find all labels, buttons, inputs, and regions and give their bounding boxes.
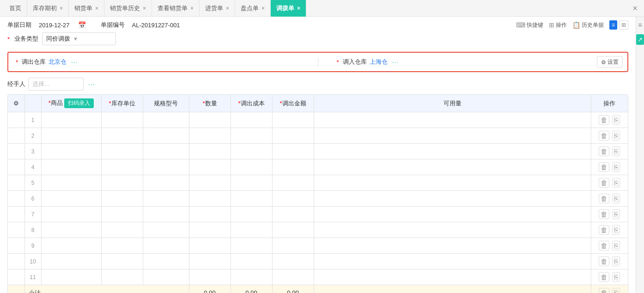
warehouse-out-more-button[interactable]: ···: [71, 58, 78, 66]
row-product-cell[interactable]: [41, 112, 101, 128]
row-amount-cell[interactable]: [272, 207, 314, 222]
row-product-cell[interactable]: [41, 175, 101, 191]
tab-sales-history[interactable]: 销货单历史 ×: [104, 0, 152, 17]
row-spec-cell[interactable]: [143, 238, 189, 254]
warehouse-in-value[interactable]: 上海仓: [370, 58, 388, 66]
copy-icon[interactable]: ⎘: [612, 209, 620, 219]
copy-icon[interactable]: ⎘: [612, 178, 620, 188]
row-product-cell[interactable]: [41, 207, 101, 222]
row-cost-cell[interactable]: [231, 112, 272, 128]
handler-more-button[interactable]: ···: [88, 80, 95, 88]
row-spec-cell[interactable]: [143, 144, 189, 159]
row-amount-cell[interactable]: [272, 159, 314, 175]
delete-icon[interactable]: 🗑: [599, 115, 609, 125]
row-cost-cell[interactable]: [231, 222, 272, 238]
row-amount-cell[interactable]: [272, 238, 314, 254]
delete-icon[interactable]: 🗑: [599, 146, 609, 156]
copy-icon[interactable]: ⎘: [612, 272, 620, 282]
delete-icon[interactable]: 🗑: [599, 225, 609, 235]
delete-icon[interactable]: 🗑: [599, 194, 609, 203]
tab-home[interactable]: 首页: [4, 0, 27, 17]
row-cost-cell[interactable]: [231, 207, 272, 222]
row-product-cell[interactable]: [41, 269, 101, 285]
row-product-cell[interactable]: [41, 159, 101, 175]
row-cost-cell[interactable]: [231, 128, 272, 144]
tab-sales-order[interactable]: 销货单 ×: [69, 0, 104, 17]
row-unit-cell[interactable]: [101, 207, 143, 222]
delete-icon[interactable]: 🗑: [599, 131, 609, 140]
tab-view-sales[interactable]: 查看销货单 ×: [152, 0, 200, 17]
row-amount-cell[interactable]: [272, 222, 314, 238]
copy-icon[interactable]: ⎘: [612, 115, 620, 125]
tab-sales-order-close[interactable]: ×: [95, 5, 98, 12]
sidebar-export-icon[interactable]: ↗: [636, 34, 644, 45]
row-qty-cell[interactable]: [189, 238, 231, 254]
warehouse-out-value[interactable]: 北京仓: [49, 58, 67, 66]
row-qty-cell[interactable]: [189, 159, 231, 175]
row-unit-cell[interactable]: [101, 191, 143, 207]
list-view-button[interactable]: ≡: [609, 20, 617, 30]
row-spec-cell[interactable]: [143, 269, 189, 285]
doc-date-value[interactable]: 2019-12-27: [39, 22, 70, 29]
row-product-cell[interactable]: [41, 238, 101, 254]
grid-view-button[interactable]: ⊞: [619, 20, 628, 30]
row-unit-cell[interactable]: [101, 112, 143, 128]
row-spec-cell[interactable]: [143, 112, 189, 128]
row-cost-cell[interactable]: [231, 191, 272, 207]
row-spec-cell[interactable]: [143, 159, 189, 175]
operation-button[interactable]: ⊞ 操作: [549, 21, 567, 29]
business-type-select[interactable]: 同价调拨 ▼: [42, 32, 116, 45]
tab-view-sales-close[interactable]: ×: [190, 5, 194, 12]
row-unit-cell[interactable]: [101, 159, 143, 175]
row-cost-cell[interactable]: [231, 175, 272, 191]
tab-inventory-check-close[interactable]: ×: [261, 5, 265, 12]
calendar-icon[interactable]: 📅: [78, 21, 86, 29]
copy-icon[interactable]: ⎘: [612, 162, 620, 172]
delete-icon[interactable]: 🗑: [599, 209, 609, 219]
row-spec-cell[interactable]: [143, 128, 189, 144]
history-button[interactable]: 📋 历史单据: [572, 21, 604, 29]
delete-icon[interactable]: 🗑: [599, 241, 609, 250]
col-settings-header[interactable]: ⚙: [8, 95, 24, 112]
row-cost-cell[interactable]: [231, 238, 272, 254]
row-spec-cell[interactable]: [143, 207, 189, 222]
tab-inventory-check[interactable]: 盘点单 ×: [235, 0, 271, 17]
row-product-cell[interactable]: [41, 144, 101, 159]
row-amount-cell[interactable]: [272, 128, 314, 144]
row-amount-cell[interactable]: [272, 254, 314, 269]
subtotal-copy-icon[interactable]: ⎘: [612, 288, 620, 293]
tab-purchase-order-close[interactable]: ×: [226, 5, 229, 12]
copy-icon[interactable]: ⎘: [612, 146, 620, 156]
row-qty-cell[interactable]: [189, 144, 231, 159]
row-unit-cell[interactable]: [101, 128, 143, 144]
sidebar-list-icon[interactable]: ≡: [638, 21, 642, 29]
tab-inventory-init-close[interactable]: ×: [60, 5, 63, 12]
row-spec-cell[interactable]: [143, 254, 189, 269]
row-cost-cell[interactable]: [231, 159, 272, 175]
row-qty-cell[interactable]: [189, 112, 231, 128]
row-amount-cell[interactable]: [272, 112, 314, 128]
row-unit-cell[interactable]: [101, 254, 143, 269]
tab-sales-history-close[interactable]: ×: [143, 5, 146, 12]
row-unit-cell[interactable]: [101, 222, 143, 238]
row-qty-cell[interactable]: [189, 191, 231, 207]
copy-icon[interactable]: ⎘: [612, 194, 620, 203]
tab-transfer-order-close[interactable]: ×: [297, 5, 300, 12]
delete-icon[interactable]: 🗑: [599, 256, 609, 266]
delete-icon[interactable]: 🗑: [599, 162, 609, 172]
row-amount-cell[interactable]: [272, 144, 314, 159]
row-product-cell[interactable]: [41, 254, 101, 269]
row-spec-cell[interactable]: [143, 191, 189, 207]
row-qty-cell[interactable]: [189, 175, 231, 191]
copy-icon[interactable]: ⎘: [612, 241, 620, 250]
copy-icon[interactable]: ⎘: [612, 256, 620, 266]
row-spec-cell[interactable]: [143, 222, 189, 238]
row-qty-cell[interactable]: [189, 207, 231, 222]
handler-select[interactable]: 选择...: [28, 78, 84, 91]
copy-icon[interactable]: ⎘: [612, 131, 620, 140]
scan-barcode-button[interactable]: 扫码录入: [64, 98, 94, 108]
tab-inventory-init[interactable]: 库存期初 ×: [27, 0, 69, 17]
subtotal-delete-icon[interactable]: 🗑: [599, 288, 609, 293]
warehouse-settings-button[interactable]: ⚙ 设置: [597, 56, 623, 68]
row-cost-cell[interactable]: [231, 254, 272, 269]
